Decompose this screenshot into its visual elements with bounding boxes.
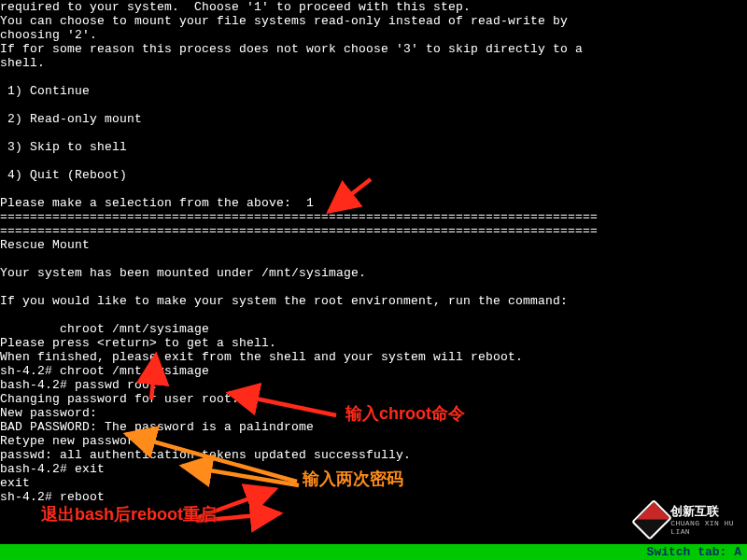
terminal-output[interactable]: required to your system. Choose '1' to p… [0,0,747,504]
logo-main-text: 创新互联 [670,504,719,518]
annotation-exit-reboot: 退出bash后reboot重启 [41,508,217,522]
tmux-status-bar[interactable]: [anaconda] 1:main* 2:shell 3:log 4:stora… [0,544,747,560]
svg-line-6 [196,513,280,521]
watermark-logo: 创新互联 CHUANG XIN HU LIAN [639,502,741,538]
logo-sub-text: CHUANG XIN HU LIAN [670,519,741,536]
logo-mark-icon [631,499,672,540]
statusbar-right: Switch tab: A [647,544,741,560]
